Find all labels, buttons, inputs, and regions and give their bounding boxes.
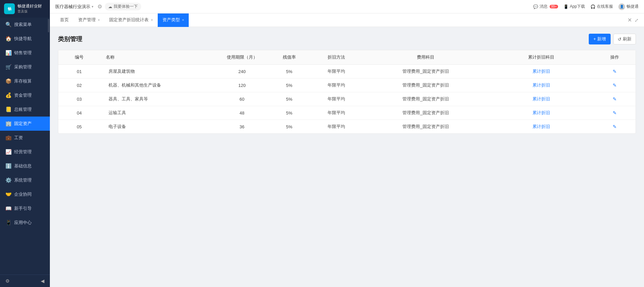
sidebar-item-coop[interactable]: 🤝 企业协同 xyxy=(0,187,50,201)
cell-expense-0: 管理费用_固定资产折旧 xyxy=(363,65,489,78)
sidebar-item-capital[interactable]: 💰 资金管理 xyxy=(0,88,50,102)
sidebar-item-basic-info-label: 基础信息 xyxy=(14,163,32,169)
tab-depreciation-label: 固定资产折旧统计表 xyxy=(109,17,149,23)
settings-icon[interactable]: ⚙ xyxy=(5,278,10,284)
cell-op-4: ✎ xyxy=(593,120,636,134)
table-header-row: 编号 名称 使用期限（月） 残值率 折旧方法 费用科目 累计折旧科目 操作 xyxy=(58,50,636,65)
ledger-icon: 📒 xyxy=(5,106,11,113)
cell-name-0: 房屋及建筑物 xyxy=(100,65,216,78)
cell-op-2: ✎ xyxy=(593,92,636,106)
sidebar-item-app-center[interactable]: 📱 应用中心 xyxy=(0,216,50,230)
collapse-icon[interactable]: ◀ xyxy=(41,278,44,284)
cell-period-0: 240 xyxy=(216,65,268,78)
tab-depreciation-close[interactable]: × xyxy=(151,18,153,22)
app-download-button[interactable]: 📱 App下载 xyxy=(563,4,585,9)
sidebar-item-app-center-label: 应用中心 xyxy=(14,220,32,226)
system-icon: ⚙️ xyxy=(5,177,11,183)
edit-icon-0[interactable]: ✎ xyxy=(613,69,617,74)
category-table: 编号 名称 使用期限（月） 残值率 折旧方法 费用科目 累计折旧科目 操作 01… xyxy=(58,50,636,133)
sidebar-item-ledger[interactable]: 📒 总账管理 xyxy=(0,102,50,117)
sidebar-item-coop-label: 企业协同 xyxy=(14,191,32,197)
page-actions: + 新增 ↺ 刷新 xyxy=(589,34,636,44)
sidebar-item-inventory[interactable]: 📦 库存核算 xyxy=(0,74,50,88)
expand-window-icon[interactable]: ⤢ xyxy=(635,18,639,23)
sidebar-item-operations[interactable]: 📈 经营管理 xyxy=(0,145,50,159)
col-header-residual: 残值率 xyxy=(268,50,310,65)
cell-method-0: 年限平均 xyxy=(310,65,363,78)
tab-home[interactable]: 首页 xyxy=(55,13,73,27)
online-service-button[interactable]: 🎧 在线客服 xyxy=(590,4,613,9)
chevron-down-icon: ▾ xyxy=(92,5,93,8)
table-row: 04 运输工具 48 5% 年限平均 管理费用_固定资产折旧 累计折旧 ✎ xyxy=(58,106,636,120)
tab-depreciation-table[interactable]: 固定资产折旧统计表 × xyxy=(104,13,157,27)
refresh-button[interactable]: ↺ 刷新 xyxy=(613,34,636,44)
cell-period-4: 36 xyxy=(216,120,268,134)
edit-icon-2[interactable]: ✎ xyxy=(613,96,617,102)
sidebar-item-purchase[interactable]: 🛒 采购管理 xyxy=(0,60,50,74)
edit-icon-4[interactable]: ✎ xyxy=(613,124,617,129)
user-label: 畅捷通 xyxy=(626,4,639,9)
new-button[interactable]: + 新增 xyxy=(589,34,611,44)
page-title: 类别管理 xyxy=(58,35,82,43)
sidebar-item-quick-nav[interactable]: 🏠 快捷导航 xyxy=(0,32,50,46)
cell-period-1: 120 xyxy=(216,78,268,92)
cell-accum-3: 累计折旧 xyxy=(489,106,593,120)
gear-icon[interactable]: ⚙ xyxy=(97,3,102,10)
sidebar-item-purchase-label: 采购管理 xyxy=(14,64,32,70)
sidebar-item-system[interactable]: ⚙️ 系统管理 xyxy=(0,173,50,187)
experience-label: 我要体验一下 xyxy=(114,4,138,9)
message-button[interactable]: 💬 消息 99+ xyxy=(533,4,558,9)
cell-method-4: 年限平均 xyxy=(310,120,363,134)
cell-expense-1: 管理费用_固定资产折旧 xyxy=(363,78,489,92)
capital-icon: 💰 xyxy=(5,92,11,98)
table-row: 01 房屋及建筑物 240 5% 年限平均 管理费用_固定资产折旧 累计折旧 ✎ xyxy=(58,65,636,78)
sidebar-item-sales[interactable]: 📊 销售管理 xyxy=(0,46,50,60)
cell-no-4: 05 xyxy=(58,120,100,134)
topbar: 医疗器械行业演示 ▾ ⚙ ☁ 我要体验一下 💬 消息 99+ 📱 App下载 🎧… xyxy=(50,0,644,13)
headset-icon: 🎧 xyxy=(590,4,595,9)
col-header-no: 编号 xyxy=(58,50,100,65)
sidebar-item-fixed-assets[interactable]: 🏢 固定资产 xyxy=(0,117,50,131)
sidebar-item-quick-nav-label: 快捷导航 xyxy=(14,36,32,42)
sidebar-item-salary[interactable]: 💼 工资 xyxy=(0,131,50,145)
tab-asset-mgmt[interactable]: 资产管理 × xyxy=(73,13,104,27)
tab-asset-mgmt-close[interactable]: × xyxy=(98,18,100,22)
user-button[interactable]: 👤 畅捷通 xyxy=(618,3,639,10)
cell-op-0: ✎ xyxy=(593,65,636,78)
cell-expense-2: 管理费用_固定资产折旧 xyxy=(363,92,489,106)
col-header-expense: 费用科目 xyxy=(363,50,489,65)
experience-button[interactable]: ☁ 我要体验一下 xyxy=(105,3,141,10)
sidebar-item-capital-label: 资金管理 xyxy=(14,92,32,98)
app-icon: 📱 xyxy=(563,4,569,9)
app-logo: 畅 畅捷通好业财 普及版 xyxy=(0,0,50,18)
cell-name-3: 运输工具 xyxy=(100,106,216,120)
close-window-icon[interactable]: ✕ xyxy=(627,17,632,23)
data-table: 编号 名称 使用期限（月） 残值率 折旧方法 费用科目 累计折旧科目 操作 01… xyxy=(58,50,636,134)
cell-expense-3: 管理费用_固定资产折旧 xyxy=(363,106,489,120)
tab-asset-type[interactable]: 资产类型 × xyxy=(158,13,189,27)
sidebar-item-search[interactable]: 🔍 搜索菜单 xyxy=(0,18,50,32)
cell-method-3: 年限平均 xyxy=(310,106,363,120)
coop-icon: 🤝 xyxy=(5,191,11,197)
sidebar-item-guide[interactable]: 📖 新手引导 xyxy=(0,201,50,216)
main-area: 医疗器械行业演示 ▾ ⚙ ☁ 我要体验一下 💬 消息 99+ 📱 App下载 🎧… xyxy=(50,0,644,287)
col-header-name: 名称 xyxy=(100,50,216,65)
tab-asset-mgmt-label: 资产管理 xyxy=(78,17,96,23)
cell-no-0: 01 xyxy=(58,65,100,78)
demo-selector[interactable]: 医疗器械行业演示 ▾ xyxy=(55,4,93,10)
sidebar: 畅 畅捷通好业财 普及版 🔍 搜索菜单 🏠 快捷导航 📊 销售管理 🛒 采购管理… xyxy=(0,0,50,287)
cell-op-3: ✎ xyxy=(593,106,636,120)
sidebar-item-fixed-assets-label: 固定资产 xyxy=(14,121,32,127)
app-center-icon: 📱 xyxy=(5,220,11,226)
sidebar-item-system-label: 系统管理 xyxy=(14,177,32,183)
edit-icon-1[interactable]: ✎ xyxy=(613,83,617,88)
cell-name-4: 电子设备 xyxy=(100,120,216,134)
tab-asset-type-close[interactable]: × xyxy=(182,18,184,22)
sidebar-item-guide-label: 新手引导 xyxy=(14,205,32,212)
cell-name-2: 器具、工具、家具等 xyxy=(100,92,216,106)
sidebar-item-ledger-label: 总账管理 xyxy=(14,106,32,113)
edit-icon-3[interactable]: ✎ xyxy=(613,110,617,116)
page-header: 类别管理 + 新增 ↺ 刷新 xyxy=(58,34,636,44)
col-header-method: 折旧方法 xyxy=(310,50,363,65)
sidebar-item-basic-info[interactable]: ℹ️ 基础信息 xyxy=(0,159,50,173)
